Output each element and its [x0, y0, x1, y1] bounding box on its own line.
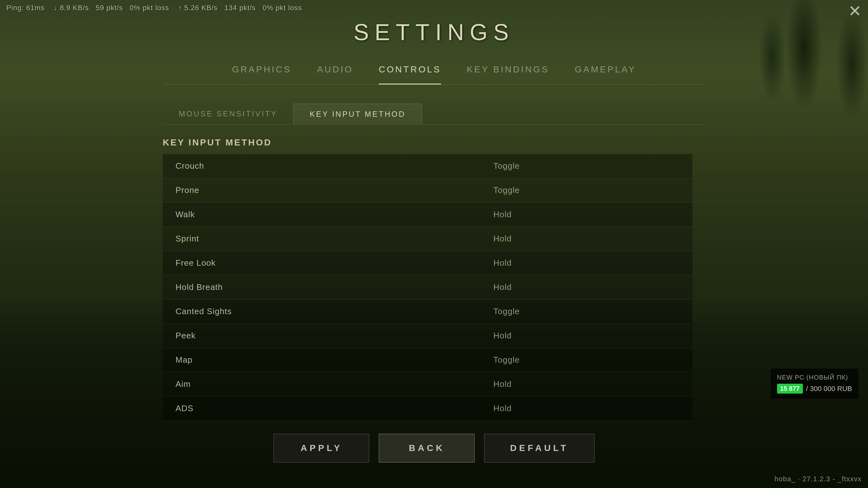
- table-row[interactable]: Hold Breath Hold: [163, 275, 692, 299]
- method-cell[interactable]: Toggle: [480, 154, 692, 178]
- table-row[interactable]: Map Toggle: [163, 348, 692, 372]
- action-cell: Prone: [163, 178, 480, 202]
- sub-tab-key-input[interactable]: KEY INPUT METHOD: [293, 104, 422, 124]
- pkt-down-stat: 59 pkt/s: [96, 4, 123, 12]
- method-cell[interactable]: Hold: [480, 324, 692, 348]
- table-row[interactable]: Aim Hold: [163, 372, 692, 396]
- sub-tab-mouse-sensitivity[interactable]: MOUSE SENSITIVITY: [163, 104, 293, 124]
- table-row[interactable]: Crouch Toggle: [163, 154, 692, 178]
- pkt-up-stat: 134 pkt/s: [224, 4, 256, 12]
- action-cell: Sprint: [163, 227, 480, 251]
- action-cell: Hold Breath: [163, 275, 480, 299]
- download-stat: ↓ 8.9 KB/s: [54, 4, 89, 12]
- method-cell[interactable]: Hold: [480, 396, 692, 421]
- settings-content: MOUSE SENSITIVITY KEY INPUT METHOD KEY I…: [163, 104, 705, 421]
- donation-total: / 300 000 RUB: [806, 385, 852, 393]
- method-cell[interactable]: Hold: [480, 275, 692, 299]
- donation-panel: NEW PC (НОВЫЙ ПК) 15 877 / 300 000 RUB: [771, 369, 859, 399]
- donation-badge: 15 877: [777, 384, 803, 394]
- table-row[interactable]: ADS Hold: [163, 396, 692, 421]
- upload-stat: ↑ 5.26 KB/s: [178, 4, 218, 12]
- action-cell: Walk: [163, 202, 480, 227]
- table-row[interactable]: Walk Hold: [163, 202, 692, 227]
- tab-controls[interactable]: CONTROLS: [379, 61, 441, 78]
- tab-audio[interactable]: AUDIO: [317, 61, 353, 78]
- method-cell[interactable]: Toggle: [480, 178, 692, 202]
- action-cell: Peek: [163, 324, 480, 348]
- close-button[interactable]: ✕: [848, 3, 862, 19]
- pkt-loss-up-stat: 0% pkt loss: [262, 4, 302, 12]
- bottom-buttons: APPLY BACK DEFAULT: [0, 434, 868, 462]
- method-cell[interactable]: Hold: [480, 227, 692, 251]
- table-row[interactable]: Free Look Hold: [163, 251, 692, 275]
- method-cell[interactable]: Hold: [480, 372, 692, 396]
- sub-tabs: MOUSE SENSITIVITY KEY INPUT METHOD: [163, 104, 705, 125]
- back-button[interactable]: BACK: [379, 434, 474, 462]
- player-info: hoba_ · 27.1.2.3 - _ftxxvx: [775, 475, 862, 483]
- tab-graphics[interactable]: GRAPHICS: [232, 61, 291, 78]
- key-input-table: Crouch Toggle Prone Toggle Walk Hold Spr…: [163, 154, 692, 421]
- method-cell[interactable]: Toggle: [480, 299, 692, 324]
- table-row[interactable]: Prone Toggle: [163, 178, 692, 202]
- donation-amount: 15 877 / 300 000 RUB: [777, 384, 852, 394]
- apply-button[interactable]: APPLY: [274, 434, 369, 462]
- tab-keybindings[interactable]: KEY BINDINGS: [467, 61, 549, 78]
- table-row[interactable]: Peek Hold: [163, 324, 692, 348]
- method-cell[interactable]: Hold: [480, 202, 692, 227]
- action-cell: Free Look: [163, 251, 480, 275]
- action-cell: Aim: [163, 372, 480, 396]
- method-cell[interactable]: Hold: [480, 251, 692, 275]
- action-cell: Map: [163, 348, 480, 372]
- table-row[interactable]: Canted Sights Toggle: [163, 299, 692, 324]
- settings-title: SETTINGS: [353, 19, 515, 45]
- donation-title: NEW PC (НОВЫЙ ПК): [777, 374, 852, 381]
- table-row[interactable]: Sprint Hold: [163, 227, 692, 251]
- pkt-loss-down-stat: 0% pkt loss: [130, 4, 169, 12]
- settings-tabs: GRAPHICS AUDIO CONTROLS KEY BINDINGS GAM…: [163, 61, 705, 85]
- action-cell: Crouch: [163, 154, 480, 178]
- default-button[interactable]: DEFAULT: [484, 434, 594, 462]
- method-cell[interactable]: Toggle: [480, 348, 692, 372]
- hud-network-stats: Ping: 61ms ↓ 8.9 KB/s 59 pkt/s 0% pkt lo…: [6, 4, 302, 12]
- ping-stat: Ping: 61ms: [6, 4, 45, 12]
- section-heading: KEY INPUT METHOD: [163, 137, 705, 148]
- action-cell: Canted Sights: [163, 299, 480, 324]
- settings-panel: SETTINGS GRAPHICS AUDIO CONTROLS KEY BIN…: [0, 0, 868, 488]
- action-cell: ADS: [163, 396, 480, 421]
- tab-gameplay[interactable]: GAMEPLAY: [575, 61, 636, 78]
